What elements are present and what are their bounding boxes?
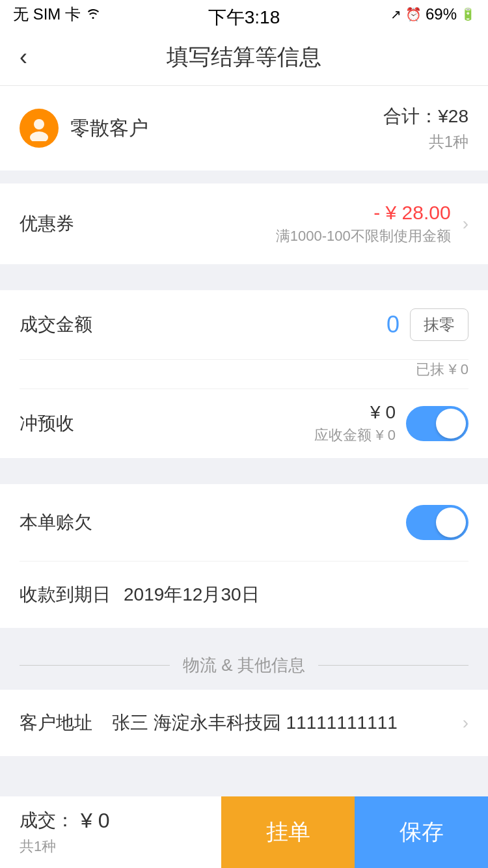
coupon-info: - ¥ 28.00 满1000-100不限制使用金额 — [276, 202, 451, 246]
prepay-right: ¥ 0 应收金额 ¥ 0 — [314, 402, 468, 445]
customer-info: 零散客户 — [20, 109, 148, 148]
customer-name: 零散客户 — [70, 115, 148, 142]
customer-row: 零散客户 合计：¥28 共1种 — [0, 86, 488, 170]
transaction-row: 成交金额 0 抹零 — [20, 290, 468, 360]
customer-total: 合计：¥28 共1种 — [383, 104, 468, 152]
chevron-right-icon: › — [463, 213, 468, 234]
alarm-icon: ⏰ — [405, 7, 422, 22]
battery-icon: 🔋 — [461, 7, 475, 21]
address-label: 客户地址 — [20, 711, 92, 735]
total-count: 共1种 — [383, 131, 468, 152]
due-date-row: 收款到期日 2019年12月30日 — [20, 561, 468, 628]
hold-button[interactable]: 挂单 — [221, 796, 355, 868]
debt-toggle[interactable] — [406, 505, 468, 540]
wifi-icon — [86, 5, 100, 23]
battery-label: 69% — [426, 5, 457, 23]
summary-amount: ¥ 0 — [81, 809, 109, 833]
transaction-label: 成交金额 — [20, 312, 92, 337]
coupon-right: - ¥ 28.00 满1000-100不限制使用金额 › — [276, 202, 468, 246]
status-left: 无 SIM 卡 — [13, 4, 100, 25]
bottom-summary: 成交： ¥ 0 共1种 — [0, 808, 221, 856]
address-row[interactable]: 客户地址 张三 海淀永丰科技园 11111111111 › — [20, 690, 468, 756]
carrier-label: 无 SIM 卡 — [13, 4, 81, 25]
location-icon: ↗ — [390, 7, 401, 22]
coupon-label: 优惠券 — [20, 211, 74, 236]
nav-title: 填写结算等信息 — [167, 42, 321, 72]
transaction-value: 0 — [386, 311, 400, 338]
due-date-label: 收款到期日 — [20, 582, 111, 607]
status-bar: 无 SIM 卡 下午3:18 ↗ ⏰ 69% 🔋 — [0, 0, 488, 29]
bottom-summary-main: 成交： ¥ 0 — [20, 808, 202, 833]
transaction-right: 0 抹零 — [386, 308, 468, 341]
svg-point-0 — [34, 119, 44, 129]
due-date-section: 收款到期日 2019年12月30日 — [0, 561, 488, 628]
bottom-bar: 成交： ¥ 0 共1种 挂单 保存 — [0, 796, 488, 868]
coupon-row[interactable]: 优惠券 - ¥ 28.00 满1000-100不限制使用金额 › — [0, 183, 488, 264]
address-value: 张三 海淀永丰科技园 11111111111 — [112, 711, 457, 735]
back-button[interactable]: ‹ — [20, 44, 27, 71]
address-section: 客户地址 张三 海淀永丰科技园 11111111111 › — [0, 690, 488, 756]
customer-section: 零散客户 合计：¥28 共1种 — [0, 86, 488, 170]
nav-bar: ‹ 填写结算等信息 — [0, 29, 488, 86]
coupon-section[interactable]: 优惠券 - ¥ 28.00 满1000-100不限制使用金额 › — [0, 183, 488, 264]
logistics-text: 物流 & 其他信息 — [183, 654, 305, 677]
gray-divider-2 — [0, 458, 488, 471]
coupon-discount: - ¥ 28.00 — [276, 202, 451, 224]
already-rounded: 已抹 ¥ 0 — [20, 360, 468, 388]
address-chevron-icon: › — [463, 712, 468, 733]
status-right: ↗ ⏰ 69% 🔋 — [390, 5, 475, 23]
total-amount: 合计：¥28 — [383, 104, 468, 129]
status-time: 下午3:18 — [208, 5, 280, 30]
prepay-row: 冲预收 ¥ 0 应收金额 ¥ 0 — [20, 388, 468, 458]
summary-label: 成交： — [20, 808, 74, 833]
prepay-receivable: 应收金额 ¥ 0 — [314, 426, 396, 445]
debt-label: 本单赊欠 — [20, 510, 92, 535]
debt-toggle-knob — [436, 508, 466, 537]
gray-divider-1 — [0, 277, 488, 290]
prepay-toggle[interactable] — [406, 406, 468, 441]
prepay-amounts: ¥ 0 应收金额 ¥ 0 — [314, 402, 396, 445]
coupon-desc: 满1000-100不限制使用金额 — [276, 226, 451, 246]
due-date-value: 2019年12月30日 — [124, 582, 260, 607]
summary-count: 共1种 — [20, 837, 202, 856]
svg-point-1 — [30, 131, 48, 141]
prepay-label: 冲预收 — [20, 411, 74, 436]
divider-line-left — [20, 665, 170, 666]
save-button[interactable]: 保存 — [355, 796, 488, 868]
divider-line-right — [318, 665, 468, 666]
toggle-knob — [436, 409, 466, 439]
debt-section: 本单赊欠 — [0, 484, 488, 561]
prepay-amount: ¥ 0 — [314, 402, 396, 423]
transaction-section: 成交金额 0 抹零 已抹 ¥ 0 — [0, 290, 488, 388]
debt-row: 本单赊欠 — [20, 484, 468, 561]
prepay-section: 冲预收 ¥ 0 应收金额 ¥ 0 — [0, 388, 488, 458]
avatar — [20, 109, 59, 148]
round-button[interactable]: 抹零 — [410, 308, 468, 341]
logistics-divider: 物流 & 其他信息 — [0, 641, 488, 690]
